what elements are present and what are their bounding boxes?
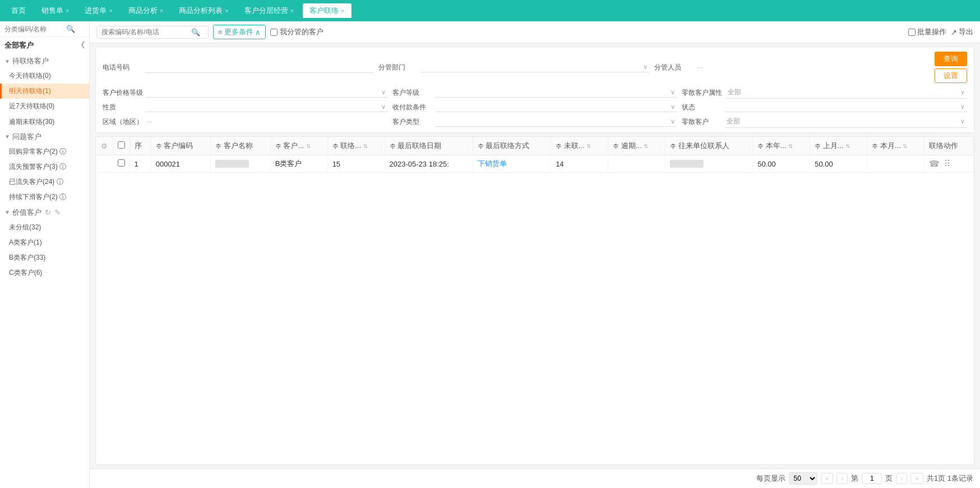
filter-retail-customer-select[interactable]: 全部 ∨ (724, 116, 967, 128)
sidebar-search-input[interactable] (4, 25, 66, 33)
batch-op-btn[interactable]: 批量操作 (908, 27, 946, 37)
filter-customer-type-select[interactable]: ∨ (435, 117, 678, 127)
toolbar: 🔍 ≡ 更多条件 ∧ 我分管的客户 批量操作 ↗ 导出 (90, 21, 980, 43)
my-customers-checkbox[interactable] (270, 29, 278, 36)
col-type[interactable]: ≑ 客户... ⇅ (270, 137, 327, 155)
query-button[interactable]: 查询 (935, 52, 967, 66)
row-check[interactable] (113, 155, 130, 173)
filter-phone: 电话号码 (103, 62, 374, 73)
expand-problem-icon[interactable]: ▼ (4, 133, 10, 140)
row-last-date: 2023-05-23 18:25: (385, 155, 473, 173)
sidebar-item-tomorrow[interactable]: 明天待联络(1) (0, 84, 89, 99)
sidebar-item-churned[interactable]: 已流失客户(24) ⓘ (0, 174, 89, 190)
row-settings (96, 155, 113, 173)
sidebar-item-class-b[interactable]: B类客户(33) (0, 250, 89, 265)
col-this-month[interactable]: ≑ 本月... ⇅ (867, 137, 924, 155)
close-customer-contact-tab[interactable]: × (341, 7, 344, 14)
expand-value-icon[interactable]: ▼ (4, 209, 10, 215)
sidebar-item-repurchase-abnormal[interactable]: 回购异常客户(2) ⓘ (0, 144, 89, 159)
filter-customer-type: 客户类型 ∨ (392, 117, 678, 127)
filter-payment-select[interactable]: ∨ (435, 102, 678, 112)
row-code[interactable]: 000021 (151, 155, 210, 173)
export-btn[interactable]: ↗ 导出 (951, 27, 973, 37)
sidebar-item-7days[interactable]: 近7天待联络(0) (0, 99, 89, 114)
nav-tab-analysis[interactable]: 商品分析 × (122, 3, 170, 18)
row-checkbox[interactable] (118, 159, 125, 167)
nav-tab-customer-contact[interactable]: 客户联络 × (303, 3, 351, 18)
filter-status-arrow: ∨ (960, 103, 965, 111)
col-last-contact-method[interactable]: ≑ 最后联络方式 (473, 137, 551, 155)
filter-phone-input[interactable] (145, 62, 374, 73)
row-last-method[interactable]: 下销货单 (473, 155, 551, 173)
call-action-icon[interactable]: ☎ (929, 159, 940, 169)
page-input[interactable] (862, 473, 882, 484)
col-settings[interactable]: ⚙ (96, 137, 113, 155)
sidebar-item-overdue[interactable]: 逾期未联络(30) (0, 114, 89, 130)
prev-page-btn[interactable]: ‹ (836, 473, 848, 484)
row-type: B类客户 (270, 155, 327, 173)
col-code[interactable]: ≑ 客户编码 (151, 137, 210, 155)
nav-home[interactable]: 首页 (4, 3, 33, 18)
sidebar-item-churn-warning[interactable]: 流失预警客户(3) ⓘ (0, 159, 89, 174)
filter-more-btn[interactable]: ≡ 更多条件 ∧ (213, 25, 266, 39)
row-no: 1 (130, 155, 151, 173)
close-sales-tab[interactable]: × (66, 7, 69, 14)
col-check-all[interactable] (113, 137, 130, 155)
refresh-value-icon[interactable]: ↻ (45, 208, 51, 217)
filter-manager-dots[interactable]: ··· (697, 63, 702, 71)
filter-status-select[interactable]: ∨ (724, 102, 967, 112)
sidebar-all-customers[interactable]: 全部客户 《 (0, 37, 89, 54)
sidebar-item-today[interactable]: 今天待联络(0) (0, 68, 89, 84)
main-layout: 🔍 全部客户 《 ▼ 待联络客户 今天待联络(0) 明天待联络(1) 近7天待联… (0, 21, 980, 488)
sidebar: 🔍 全部客户 《 ▼ 待联络客户 今天待联络(0) 明天待联络(1) 近7天待联… (0, 21, 90, 488)
col-this-year[interactable]: ≑ 本年... ⇅ (753, 137, 810, 155)
nav-tab-analysis-list[interactable]: 商品分析列表 × (172, 3, 235, 18)
top-nav: 首页 销售单 × 进货单 × 商品分析 × 商品分析列表 × 客户分层经营 × … (0, 0, 980, 21)
filter-nature-label: 性质 (103, 103, 142, 112)
nav-tab-customer-tier[interactable]: 客户分层经营 × (238, 3, 301, 18)
col-last-month[interactable]: ≑ 上月... ⇅ (810, 137, 867, 155)
check-all-checkbox[interactable] (118, 141, 125, 149)
next-page-btn[interactable]: › (896, 473, 907, 484)
filter-region-dots[interactable]: ··· (146, 118, 152, 126)
nav-tab-purchase[interactable]: 进货单 × (78, 3, 119, 18)
col-last-contact-date[interactable]: ≑ 最后联络日期 (385, 137, 473, 155)
sidebar-item-declining[interactable]: 持续下滑客户(2) ⓘ (0, 190, 89, 205)
settings-button[interactable]: 设置 (935, 68, 967, 83)
edit-value-icon[interactable]: ✎ (54, 208, 61, 217)
my-customers-checkbox-label[interactable]: 我分管的客户 (270, 27, 323, 37)
col-contact[interactable]: ≑ 联络... ⇅ (327, 137, 385, 155)
more-action-icon[interactable]: ⠿ (944, 159, 950, 169)
first-page-btn[interactable]: « (821, 473, 834, 484)
sidebar-item-ungroup[interactable]: 未分组(32) (0, 220, 89, 235)
batch-op-checkbox[interactable] (908, 29, 916, 36)
last-method-link[interactable]: 下销货单 (478, 159, 507, 168)
sidebar-search-icon[interactable]: 🔍 (66, 25, 75, 33)
sidebar-item-class-a[interactable]: A类客户(1) (0, 235, 89, 250)
close-purchase-tab[interactable]: × (109, 7, 112, 14)
col-past-contacts[interactable]: ≑ 往来单位联系人 (665, 137, 753, 155)
col-overdue[interactable]: ≑ 逾期... ⇅ (608, 137, 665, 155)
nav-tab-sales[interactable]: 销售单 × (35, 3, 76, 18)
expand-pending-icon[interactable]: ▼ (4, 58, 10, 65)
col-not-contacted[interactable]: ≑ 未联... ⇅ (551, 137, 608, 155)
filter-retail-attr-arrow: ∨ (960, 89, 965, 96)
search-button[interactable]: 🔍 (191, 28, 200, 36)
filter-retail-attr-select[interactable]: 全部 ∨ (725, 86, 967, 99)
search-input[interactable] (101, 28, 191, 36)
filter-customer-level-select[interactable]: ∨ (435, 88, 678, 98)
close-customer-tier-tab[interactable]: × (290, 7, 294, 14)
close-analysis-tab[interactable]: × (160, 7, 163, 14)
last-page-btn[interactable]: » (910, 473, 923, 484)
blurred-name (215, 160, 249, 168)
filter-dept-select[interactable]: ∨ (421, 62, 650, 72)
per-page-select[interactable]: 50 100 200 (789, 472, 817, 485)
sidebar-collapse-icon[interactable]: 《 (77, 40, 85, 50)
sidebar-item-class-c[interactable]: C类客户(6) (0, 265, 89, 280)
close-analysis-list-tab[interactable]: × (225, 7, 228, 14)
filter-nature-select[interactable]: ∨ (145, 102, 388, 112)
filter-price-level-select[interactable]: ∨ (146, 88, 388, 98)
col-name[interactable]: ≑ 客户名称 (211, 137, 270, 155)
filter-status: 状态 ∨ (682, 102, 967, 112)
row-past-contacts (665, 155, 753, 173)
